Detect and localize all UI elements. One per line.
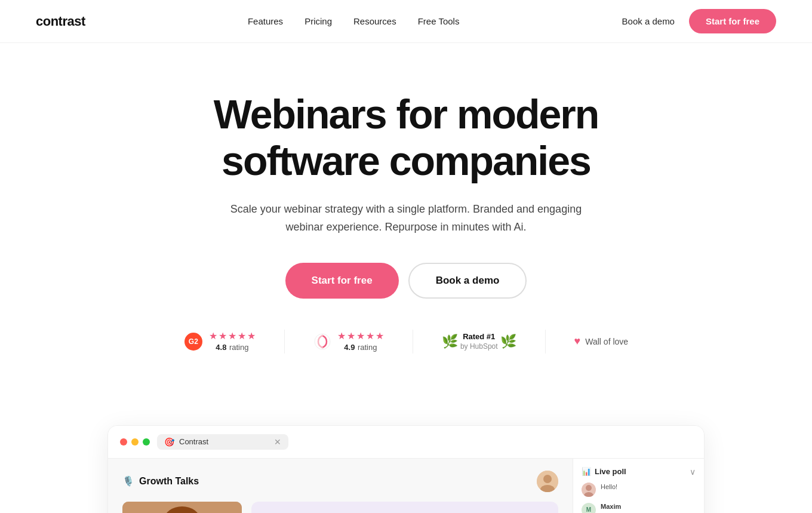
nav-features[interactable]: Features	[248, 16, 283, 26]
video-thumbnail	[122, 502, 242, 513]
start-free-button-hero[interactable]: Start for free	[285, 263, 399, 299]
laurel-right-icon: 🌿	[500, 334, 516, 349]
g2-score-label: 4.8 rating	[209, 342, 256, 352]
laurel-wrap: 🌿 Rated #1 by HubSpot 🌿	[442, 332, 516, 351]
window-controls	[120, 438, 150, 446]
hubspot-rating: 🌿 Rated #1 by HubSpot 🌿	[442, 332, 516, 351]
nav-free-tools[interactable]: Free Tools	[418, 16, 460, 26]
chat-message-1: Hello!	[582, 483, 696, 497]
hero-headline: Webinars for modern software companies	[173, 91, 639, 184]
content-area: POLL RESULTS Which marketing channel has…	[122, 502, 558, 513]
g2-stars: ★ ★ ★ ★ ★	[209, 330, 256, 342]
maximize-window-button[interactable]	[143, 438, 150, 446]
laurel-left-icon: 🌿	[442, 334, 458, 349]
msg-content-2: Maxim Where're you joining from? We're i…	[601, 503, 696, 513]
navigation: contrast Features Pricing Resources Free…	[0, 0, 812, 43]
heart-icon: ♥	[574, 335, 581, 348]
tab-title: Contrast	[179, 437, 208, 446]
sidebar-header: 📊 Live poll ∨	[582, 467, 696, 477]
close-window-button[interactable]	[120, 438, 127, 446]
nav-links: Features Pricing Resources Free Tools	[248, 16, 460, 26]
app-body: 🎙️ Growth Talks	[108, 459, 704, 513]
book-demo-button-hero[interactable]: Book a demo	[408, 263, 527, 299]
hero-section: Webinars for modern software companies S…	[0, 43, 812, 425]
app-preview: 🎯 Contrast ✕ 🎙️ Growth Talks	[107, 425, 705, 513]
webinar-title: 🎙️ Growth Talks	[122, 475, 199, 487]
webinar-icon: 🎙️	[122, 475, 134, 487]
minimize-window-button[interactable]	[131, 438, 139, 446]
app-sidebar: 📊 Live poll ∨	[573, 459, 704, 513]
hero-cta-buttons: Start for free Book a demo	[24, 263, 788, 299]
sidebar-title: 📊 Live poll	[582, 467, 626, 476]
book-demo-link[interactable]: Book a demo	[622, 16, 675, 26]
app-preview-wrapper: 🎯 Contrast ✕ 🎙️ Growth Talks	[0, 425, 812, 513]
capterra-rating: ★ ★ ★ ★ ★ 4.9 rating	[313, 330, 384, 352]
wall-of-love: ♥ Wall of love	[574, 335, 629, 348]
msg-content-1: Hello!	[601, 483, 696, 497]
nav-right: Book a demo Start for free	[622, 9, 776, 33]
webinar-title-row: 🎙️ Growth Talks	[122, 471, 558, 492]
nav-pricing[interactable]: Pricing	[304, 16, 332, 26]
msg-avatar-2: M	[582, 503, 596, 513]
g2-rating: G2 ★ ★ ★ ★ ★ 4.8 rating	[184, 330, 256, 352]
logo[interactable]: contrast	[36, 14, 85, 29]
divider-1	[284, 330, 285, 354]
nav-resources[interactable]: Resources	[353, 16, 396, 26]
expand-icon[interactable]: ∨	[690, 467, 696, 477]
tab-close-icon[interactable]: ✕	[274, 437, 281, 447]
app-main-content: 🎙️ Growth Talks	[108, 459, 573, 513]
chat-message-2: M Maxim Where're you joining from? We're…	[582, 503, 696, 513]
chat-messages: Hello! M Maxim Where're you joining from…	[582, 483, 696, 513]
tab-favicon: 🎯	[164, 437, 174, 447]
svg-point-2	[543, 475, 552, 483]
g2-rating-details: ★ ★ ★ ★ ★ 4.8 rating	[209, 330, 256, 352]
logo-text: contrast	[36, 14, 85, 29]
svg-point-11	[586, 485, 592, 491]
capterra-icon	[313, 333, 331, 351]
divider-2	[413, 330, 413, 354]
start-free-button-nav[interactable]: Start for free	[689, 9, 776, 33]
divider-3	[545, 330, 546, 354]
bar-chart-icon: 📊	[582, 467, 591, 476]
hubspot-badge: Rated #1 by HubSpot	[460, 332, 498, 351]
host-avatar	[537, 471, 558, 492]
capterra-stars: ★ ★ ★ ★ ★	[337, 330, 384, 342]
browser-tab[interactable]: 🎯 Contrast ✕	[157, 434, 288, 450]
capterra-score-label: 4.9 rating	[337, 342, 384, 352]
capterra-rating-details: ★ ★ ★ ★ ★ 4.9 rating	[337, 330, 384, 352]
app-titlebar: 🎯 Contrast ✕	[108, 426, 704, 459]
poll-results-card: POLL RESULTS Which marketing channel has…	[251, 502, 558, 513]
g2-icon: G2	[184, 332, 203, 351]
hero-subtitle: Scale your webinar strategy with a singl…	[227, 201, 585, 236]
msg-avatar-1	[582, 483, 596, 497]
ratings-row: G2 ★ ★ ★ ★ ★ 4.8 rating	[24, 330, 788, 354]
